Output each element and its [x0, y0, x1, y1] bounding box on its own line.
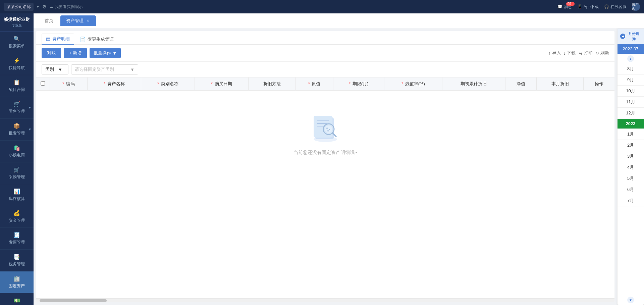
refresh-button[interactable]: ↻ 刷新 — [595, 50, 609, 56]
col-category: * 类别名称 — [141, 78, 195, 91]
filter-row: 类别 ▼ 请选择固定资产类别 ▼ — [36, 62, 614, 78]
sidebar-item-ecommerce[interactable]: 🛍️ 小畅电商 — [0, 141, 34, 162]
company-dropdown-icon[interactable]: ▼ — [36, 5, 40, 9]
month-nav-up: ▲ — [618, 54, 644, 63]
sidebar-item-retail[interactable]: 🛒 零售管理 ▼ — [0, 97, 34, 119]
download-button[interactable]: ↓ 下载 — [564, 50, 576, 56]
col-code: * 编码 — [50, 78, 88, 91]
sidebar-item-purchase[interactable]: 🛒 采购管理 — [0, 162, 34, 184]
sidebar-item-search[interactable]: 🔍 搜索菜单 — [0, 32, 34, 53]
toolbar: 对账 + 新增 批量操作 ▼ ↑ 导入 — [36, 45, 614, 62]
month-item-2023-6[interactable]: 6月 — [618, 184, 644, 195]
col-depreciation-method: 折旧方法 — [248, 78, 295, 91]
sidebar-item-salary[interactable]: 💵 工资 — [0, 293, 34, 305]
category-filter[interactable]: 类别 ▼ — [42, 64, 68, 74]
lightning-icon: ⚡ — [13, 57, 20, 64]
month-nav-down-button[interactable]: ▼ — [627, 297, 634, 303]
col-net-value: 净值 — [505, 78, 536, 91]
month-item-12[interactable]: 12月 — [618, 108, 644, 119]
tab-close-icon[interactable]: ✕ — [86, 18, 90, 23]
svg-point-10 — [329, 129, 330, 130]
svg-point-11 — [327, 130, 329, 132]
month-item-2023-1[interactable]: 1月 — [618, 129, 644, 140]
app-download-button[interactable]: 📱 App下载 — [577, 4, 599, 10]
month-picker-collapse-button[interactable]: ◀ — [620, 34, 625, 39]
month-item-2023-7[interactable]: 7月 — [618, 195, 644, 206]
month-item-9[interactable]: 9月 — [618, 74, 644, 86]
reconcile-button[interactable]: 对账 — [42, 48, 61, 58]
box-icon: 📦 — [13, 123, 20, 129]
service-button[interactable]: 🎧 在线客服 — [604, 4, 627, 10]
import-icon: ↑ — [548, 51, 551, 56]
month-nav-up-button[interactable]: ▲ — [627, 55, 634, 62]
svg-point-9 — [326, 128, 328, 129]
month-item-2023-5[interactable]: 5月 — [618, 173, 644, 184]
tax-icon: 📑 — [13, 254, 20, 260]
category-input[interactable]: 请选择固定资产类别 ▼ — [71, 64, 138, 74]
invoice-icon: 🧾 — [13, 232, 20, 238]
sidebar-item-assets[interactable]: 🏢 固定资产 — [0, 271, 34, 293]
bottom-scrollbar[interactable] — [36, 298, 614, 302]
sub-tab-voucher[interactable]: 📄 变更生成凭证 — [75, 34, 118, 45]
batch-button[interactable]: 批量操作 ▼ — [90, 48, 121, 58]
tab-home[interactable]: 首页 — [39, 15, 59, 26]
month-item-current[interactable]: 2022.07 — [618, 44, 644, 54]
page-content: ▤ 资产明细 📄 变更生成凭证 对账 + 新增 — [34, 28, 644, 305]
month-item-8[interactable]: 8月 — [618, 63, 644, 74]
sidebar: 畅捷通好业财 专业版 🔍 搜索菜单 ⚡ 快捷导航 📋 项目合同 🛒 零售管理 ▼… — [0, 13, 34, 305]
message-button[interactable]: 💬 消息 99+ — [557, 4, 572, 10]
month-list: 8月 9月 10月 11月 12月 2023 — [618, 63, 644, 295]
content-area: 首页 资产管理 ✕ ▤ 资产明细 📄 变更生成凭证 — [34, 13, 644, 305]
col-original-value: * 原值 — [296, 78, 333, 91]
refresh-icon: ↻ — [595, 51, 599, 56]
message-badge: 99+ — [566, 2, 575, 6]
demo-link[interactable]: ☁ 我要看实例演示 — [49, 4, 83, 10]
select-all-checkbox[interactable] — [41, 81, 45, 86]
sub-tabs: ▤ 资产明细 📄 变更生成凭证 — [36, 31, 614, 45]
month-item-2023-4[interactable]: 4月 — [618, 162, 644, 173]
shop-icon: 🛍️ — [13, 145, 20, 151]
sidebar-item-inventory[interactable]: 📊 库存核算 — [0, 184, 34, 206]
col-accumulated: 期初累计折旧 — [442, 78, 505, 91]
sub-tab-detail[interactable]: ▤ 资产明细 — [42, 34, 74, 45]
download-icon: ↓ — [564, 51, 566, 56]
month-item-2023-3[interactable]: 3月 — [618, 151, 644, 162]
month-picker-header: ◀ 月份选择 — [618, 29, 644, 44]
sidebar-item-finance[interactable]: 💰 资金管理 — [0, 206, 34, 228]
print-icon: 🖨 — [578, 51, 583, 56]
logo-sub: 专业版 — [3, 23, 31, 28]
chart-icon: 📊 — [13, 188, 20, 195]
import-button[interactable]: ↑ 导入 — [548, 50, 561, 56]
input-dropdown-icon: ▼ — [130, 67, 135, 72]
print-button[interactable]: 🖨 打印 — [578, 50, 593, 56]
tab-assets[interactable]: 资产管理 ✕ — [60, 15, 96, 26]
avatar[interactable]: 用户名 — [632, 3, 640, 11]
sidebar-item-project[interactable]: 📋 项目合同 — [0, 75, 34, 97]
assets-table: * 编码 * 资产名称 * 类别名称 — [36, 78, 614, 176]
month-item-11[interactable]: 11月 — [618, 97, 644, 108]
month-item-year-2023[interactable]: 2023 — [618, 119, 644, 129]
chevron-down-icon: ▼ — [28, 106, 32, 109]
svg-point-7 — [325, 125, 332, 133]
headset-icon: 🎧 — [604, 4, 609, 9]
salary-icon: 💵 — [13, 297, 20, 304]
chevron-down-icon-2: ▼ — [28, 128, 32, 131]
month-item-2023-2[interactable]: 2月 — [618, 140, 644, 151]
phone-icon: 📱 — [577, 4, 582, 9]
month-item-10[interactable]: 10月 — [618, 86, 644, 97]
filter-dropdown-icon: ▼ — [58, 67, 62, 72]
sidebar-item-invoice[interactable]: 🧾 发票管理 — [0, 228, 34, 250]
document-icon: 📄 — [80, 37, 86, 42]
settings-icon[interactable]: ⚙ — [42, 4, 47, 9]
sidebar-item-quicknav[interactable]: ⚡ 快捷导航 — [0, 53, 34, 75]
scroll-thumb[interactable] — [40, 299, 107, 302]
tab-bar: 首页 资产管理 ✕ — [34, 13, 644, 28]
list-icon: ▤ — [46, 36, 50, 42]
add-button[interactable]: + 新增 — [64, 48, 87, 58]
sidebar-item-wholesale[interactable]: 📦 批发管理 ▼ — [0, 119, 34, 141]
cloud-icon: ☁ — [49, 4, 53, 9]
purchase-icon: 🛒 — [13, 166, 20, 173]
sidebar-item-tax[interactable]: 📑 税务管理 — [0, 250, 34, 271]
top-bar: 某某公司名称 ▼ ⚙ ☁ 我要看实例演示 💬 消息 99+ 📱 App下载 🎧 … — [0, 0, 644, 13]
company-name[interactable]: 某某公司名称 — [4, 3, 34, 11]
